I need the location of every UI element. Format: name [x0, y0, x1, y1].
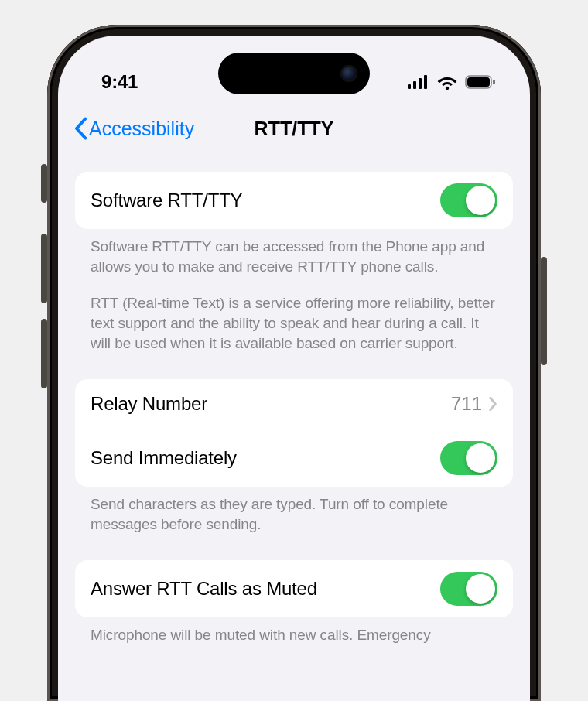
- label-relay-number: Relay Number: [91, 393, 207, 415]
- svg-rect-2: [419, 78, 422, 89]
- group-software-rtt-tty: Software RTT/TTY: [75, 172, 513, 229]
- footer-send-immediately: Send characters as they are typed. Turn …: [75, 487, 513, 534]
- row-relay-number[interactable]: Relay Number 711: [75, 379, 513, 429]
- group-relay-send: Relay Number 711 Send Immediately: [75, 379, 513, 487]
- row-send-immediately[interactable]: Send Immediately: [91, 429, 513, 487]
- svg-rect-0: [408, 84, 411, 89]
- label-send-immediately: Send Immediately: [91, 447, 237, 469]
- row-answer-muted[interactable]: Answer RTT Calls as Muted: [75, 560, 513, 617]
- svg-rect-1: [413, 81, 416, 89]
- svg-point-4: [446, 86, 449, 89]
- toggle-answer-muted[interactable]: [440, 572, 497, 606]
- back-button[interactable]: Accessibility: [74, 117, 194, 140]
- svg-rect-3: [424, 75, 427, 89]
- footer-answer-muted: Microphone will be muted with new calls.…: [75, 617, 513, 645]
- phone-frame: 9:41 Accessibility RTT/TTY Software RTT/…: [47, 25, 541, 701]
- status-time: 9:41: [101, 71, 138, 93]
- hardware-volume-down: [41, 319, 47, 388]
- hardware-power-button: [541, 257, 547, 365]
- content: Software RTT/TTY Software RTT/TTY can be…: [58, 152, 530, 645]
- row-software-rtt-tty[interactable]: Software RTT/TTY: [75, 172, 513, 229]
- hardware-volume-up: [41, 234, 47, 303]
- hardware-silent-switch: [41, 164, 47, 203]
- front-camera: [340, 65, 357, 82]
- label-answer-muted: Answer RTT Calls as Muted: [91, 578, 317, 600]
- toggle-software-rtt-tty[interactable]: [440, 183, 497, 217]
- svg-rect-6: [467, 77, 490, 87]
- value-relay-number: 711: [451, 393, 482, 415]
- battery-icon: [465, 75, 496, 89]
- back-label: Accessibility: [89, 118, 194, 140]
- page-title: RTT/TTY: [255, 118, 334, 140]
- toggle-send-immediately[interactable]: [440, 441, 497, 475]
- chevron-left-icon: [74, 117, 87, 140]
- wifi-icon: [437, 75, 457, 90]
- chevron-right-icon: [488, 396, 497, 412]
- svg-rect-7: [493, 80, 495, 84]
- group-answer-muted: Answer RTT Calls as Muted: [75, 560, 513, 617]
- footer-software-rtt-tty: Software RTT/TTY can be accessed from th…: [75, 229, 513, 353]
- cellular-icon: [408, 75, 429, 89]
- screen: 9:41 Accessibility RTT/TTY Software RTT/…: [58, 36, 530, 701]
- label-software-rtt-tty: Software RTT/TTY: [91, 190, 242, 211]
- dynamic-island: [218, 53, 370, 94]
- nav-bar: Accessibility RTT/TTY: [58, 105, 530, 152]
